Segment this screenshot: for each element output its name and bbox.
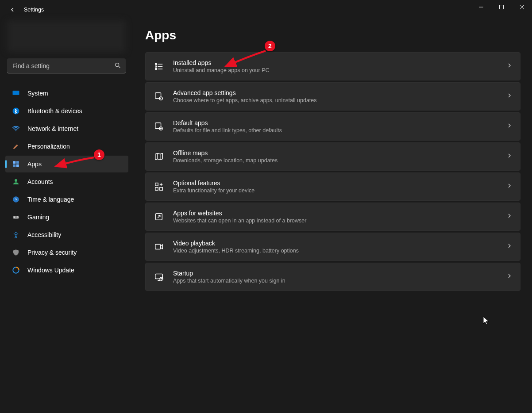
titlebar: Settings [0, 0, 532, 19]
sidebar-item-accessibility[interactable]: Accessibility [5, 226, 128, 243]
monitor-icon [12, 89, 20, 98]
card-subtitle: Websites that can open in an app instead… [173, 218, 506, 224]
sidebar-item-personalization[interactable]: Personalization [5, 138, 128, 155]
svg-rect-20 [155, 93, 161, 99]
cursor-icon [483, 317, 490, 325]
chevron-right-icon [506, 92, 513, 101]
card-video-playback[interactable]: Video playback Video adjustments, HDR st… [145, 233, 520, 261]
svg-rect-26 [160, 187, 162, 190]
app-gear-icon [154, 91, 164, 102]
minimize-button[interactable] [471, 0, 491, 14]
sidebar-item-system[interactable]: System [5, 85, 128, 102]
open-external-icon [154, 211, 164, 222]
svg-rect-7 [16, 161, 19, 164]
sidebar-nav: System Bluetooth & devices Network & int… [4, 85, 128, 279]
sidebar-item-label: Accessibility [27, 231, 61, 238]
back-button[interactable] [8, 5, 17, 14]
sidebar-item-privacy[interactable]: Privacy & security [5, 244, 128, 261]
sidebar-item-label: Privacy & security [27, 249, 77, 256]
annotation-badge-1: 1 [94, 149, 104, 160]
svg-rect-28 [155, 245, 161, 249]
sidebar-item-label: Accounts [27, 178, 53, 185]
sidebar-item-label: Gaming [27, 214, 49, 221]
card-startup[interactable]: Startup Apps that start automatically wh… [145, 263, 520, 291]
card-installed-apps[interactable]: Installed apps Uninstall and manage apps… [145, 52, 520, 80]
search-icon[interactable] [114, 62, 121, 71]
svg-rect-19 [155, 69, 157, 70]
sidebar-item-network[interactable]: Network & internet [5, 120, 128, 137]
person-icon [12, 177, 20, 186]
sidebar-item-label: Windows Update [27, 267, 74, 274]
svg-rect-25 [155, 187, 158, 190]
sidebar-item-label: Network & internet [27, 125, 78, 132]
settings-cards: Installed apps Uninstall and manage apps… [145, 52, 520, 291]
card-subtitle: Downloads, storage location, map updates [173, 157, 506, 164]
wifi-icon [12, 124, 20, 133]
svg-rect-9 [16, 164, 19, 167]
update-icon [12, 266, 20, 275]
svg-rect-24 [155, 183, 158, 186]
svg-rect-2 [13, 91, 19, 95]
map-icon [154, 151, 164, 162]
card-title: Default apps [173, 119, 506, 126]
card-title: Video playback [173, 240, 506, 247]
main-content: Apps Installed apps Uninstall and manage… [133, 19, 532, 413]
annotation-arrow-2 [221, 49, 270, 71]
sidebar-item-label: Time & language [27, 196, 74, 203]
sidebar-item-label: Bluetooth & devices [27, 107, 82, 115]
chevron-right-icon [506, 212, 513, 221]
card-title: Offline maps [173, 149, 506, 157]
svg-rect-22 [155, 123, 161, 129]
chevron-right-icon [506, 182, 513, 191]
sidebar-item-accounts[interactable]: Accounts [5, 173, 128, 190]
sidebar-item-label: Apps [27, 161, 42, 168]
card-apps-for-websites[interactable]: Apps for websites Websites that can open… [145, 203, 520, 231]
default-app-icon [154, 121, 164, 132]
sidebar-item-label: Personalization [27, 143, 70, 150]
close-button[interactable] [512, 0, 532, 14]
window-title: Settings [24, 7, 44, 13]
maximize-button[interactable] [491, 0, 512, 14]
card-offline-maps[interactable]: Offline maps Downloads, storage location… [145, 142, 520, 171]
card-subtitle: Choose where to get apps, archive apps, … [173, 97, 506, 103]
profile-card[interactable] [7, 20, 126, 52]
svg-point-13 [17, 216, 18, 217]
controller-icon [12, 213, 20, 222]
sidebar-item-gaming[interactable]: Gaming [5, 209, 128, 226]
apps-icon [12, 160, 20, 168]
sidebar-item-time-language[interactable]: Time & language [5, 191, 128, 208]
svg-rect-0 [500, 5, 504, 9]
card-subtitle: Defaults for file and link types, other … [173, 127, 506, 134]
page-title: Apps [145, 28, 520, 42]
card-advanced-app-settings[interactable]: Advanced app settings Choose where to ge… [145, 82, 520, 111]
svg-point-1 [116, 63, 119, 67]
card-subtitle: Extra functionality for your device [173, 187, 506, 194]
svg-rect-8 [13, 164, 15, 167]
sidebar: System Bluetooth & devices Network & int… [0, 19, 133, 413]
video-icon [154, 241, 164, 252]
svg-rect-18 [155, 66, 157, 67]
card-default-apps[interactable]: Default apps Defaults for file and link … [145, 112, 520, 141]
bluetooth-icon [12, 107, 20, 115]
accessibility-icon [12, 230, 20, 239]
annotation-arrow-1 [52, 154, 96, 172]
card-title: Advanced app settings [173, 89, 506, 96]
card-title: Apps for websites [173, 210, 506, 217]
annotation-badge-2: 2 [265, 41, 275, 51]
svg-point-10 [15, 179, 17, 182]
chevron-right-icon [506, 152, 513, 161]
search-input[interactable] [7, 58, 126, 73]
shield-icon [12, 248, 20, 257]
chevron-right-icon [506, 122, 513, 131]
card-subtitle: Video adjustments, HDR streaming, batter… [173, 248, 506, 254]
sidebar-item-label: System [27, 90, 48, 97]
chevron-right-icon [506, 62, 513, 71]
card-title: Optional features [173, 180, 506, 187]
sidebar-item-bluetooth[interactable]: Bluetooth & devices [5, 103, 128, 119]
card-optional-features[interactable]: Optional features Extra functionality fo… [145, 172, 520, 201]
card-title: Startup [173, 270, 506, 277]
card-subtitle: Apps that start automatically when you s… [173, 278, 506, 284]
svg-rect-6 [13, 161, 15, 164]
sidebar-item-windows-update[interactable]: Windows Update [5, 262, 128, 279]
clock-icon [12, 195, 20, 204]
